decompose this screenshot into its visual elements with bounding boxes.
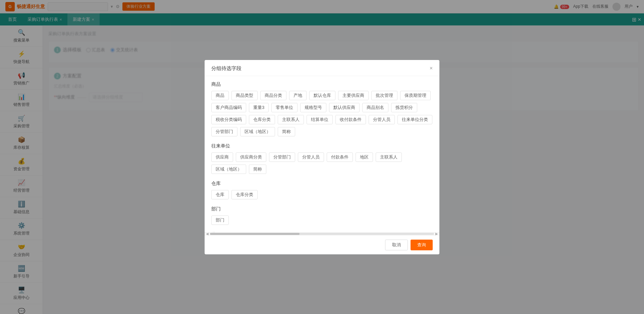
section-goods-tags: 商品 商品类型 商品分类 产地 默认仓库 主要供应商 批次管理 保质期管理 客户… [211, 91, 433, 136]
field-tag[interactable]: 主联系人 [278, 115, 304, 124]
field-tag[interactable]: 分管部门 [269, 152, 295, 162]
section-goods: 商品 商品 商品类型 商品分类 产地 默认仓库 主要供应商 批次管理 保质期管理… [211, 81, 433, 136]
field-tag[interactable]: 付款条件 [327, 152, 353, 162]
field-tag[interactable]: 地区 [356, 152, 373, 162]
section-partner: 往来单位 供应商 供应商分类 分管部门 分管人员 付款条件 地区 主联系人 区域… [211, 143, 433, 174]
section-warehouse: 仓库 仓库 仓库分类 [211, 181, 433, 199]
field-tag[interactable]: 部门 [211, 215, 229, 225]
section-partner-tags: 供应商 供应商分类 分管部门 分管人员 付款条件 地区 主联系人 区域（地区） … [211, 152, 433, 174]
field-tag[interactable]: 保质期管理 [400, 91, 431, 100]
field-tag[interactable]: 区域（地区） [240, 127, 275, 136]
field-tag[interactable]: 商品分类 [260, 91, 286, 100]
hscroll-left-btn[interactable]: ◀ [206, 232, 209, 235]
hscroll-track[interactable] [210, 233, 434, 235]
field-tag[interactable]: 零售单位 [271, 103, 298, 112]
field-tag[interactable]: 仓库分类 [249, 115, 275, 124]
field-tag[interactable]: 仓库分类 [231, 190, 258, 199]
modal-field-select: 分组待选字段 × 商品 商品 商品类型 商品分类 产地 默认仓库 主要供应商 批… [205, 60, 439, 254]
modal-footer: 取消 查询 [205, 235, 439, 254]
field-tag[interactable]: 仓库 [211, 190, 229, 199]
field-tag[interactable]: 商品 [211, 91, 229, 100]
field-tag[interactable]: 往来单位分类 [397, 115, 432, 124]
field-tag[interactable]: 产地 [289, 91, 307, 100]
field-tag[interactable]: 规格型号 [300, 103, 326, 112]
section-warehouse-title: 仓库 [211, 181, 433, 187]
field-tag[interactable]: 默认供应商 [329, 103, 360, 112]
field-tag[interactable]: 拣货积分 [391, 103, 417, 112]
field-tag[interactable]: 分管人员 [298, 152, 324, 162]
field-tag[interactable]: 结算单位 [307, 115, 333, 124]
field-tag[interactable]: 商品类型 [231, 91, 258, 100]
field-tag[interactable]: 客户商品编码 [211, 103, 246, 112]
field-tag[interactable]: 供应商分类 [236, 152, 266, 162]
field-tag[interactable]: 商品别名 [362, 103, 388, 112]
field-tag[interactable]: 批次管理 [371, 91, 397, 100]
field-tag[interactable]: 区域（地区） [211, 165, 246, 174]
modal-close-button[interactable]: × [430, 65, 433, 71]
hscroll-thumb[interactable] [210, 233, 300, 235]
section-department-tags: 部门 [211, 215, 433, 225]
field-tag[interactable]: 分管部门 [211, 127, 237, 136]
cancel-button[interactable]: 取消 [385, 240, 408, 250]
field-tag[interactable]: 供应商 [211, 152, 233, 162]
modal-title: 分组待选字段 [211, 65, 241, 72]
field-tag[interactable]: 简称 [278, 127, 295, 136]
section-warehouse-tags: 仓库 仓库分类 [211, 190, 433, 199]
modal-overlay: 分组待选字段 × 商品 商品 商品类型 商品分类 产地 默认仓库 主要供应商 批… [0, 0, 644, 314]
field-tag[interactable]: 默认仓库 [309, 91, 335, 100]
section-department-title: 部门 [211, 206, 433, 212]
modal-body[interactable]: 商品 商品 商品类型 商品分类 产地 默认仓库 主要供应商 批次管理 保质期管理… [205, 76, 439, 233]
modal-horizontal-scrollbar[interactable]: ◀ ▶ [205, 232, 439, 235]
section-goods-title: 商品 [211, 81, 433, 87]
section-partner-title: 往来单位 [211, 143, 433, 149]
field-tag[interactable]: 收付款条件 [335, 115, 366, 124]
field-tag[interactable]: 主要供应商 [338, 91, 369, 100]
field-tag[interactable]: 主联系人 [376, 152, 402, 162]
modal-header: 分组待选字段 × [205, 60, 439, 76]
section-department: 部门 部门 [211, 206, 433, 225]
field-tag[interactable]: 重量3 [249, 103, 269, 112]
field-tag[interactable]: 税收分类编码 [211, 115, 246, 124]
hscroll-right-btn[interactable]: ▶ [435, 232, 438, 235]
confirm-button[interactable]: 查询 [411, 240, 433, 250]
field-tag[interactable]: 分管人员 [369, 115, 395, 124]
field-tag[interactable]: 简称 [249, 165, 266, 174]
